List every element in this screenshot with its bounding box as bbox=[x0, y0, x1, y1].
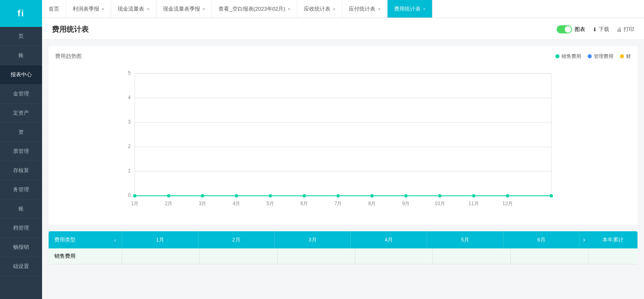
sidebar-item-service[interactable]: 务管理 bbox=[0, 180, 42, 199]
svg-text:0: 0 bbox=[128, 193, 131, 198]
td-sales-3 bbox=[278, 248, 355, 264]
tab-profit[interactable]: 利润表季报 × bbox=[66, 0, 111, 18]
th-month-3: 3月 bbox=[275, 231, 351, 248]
svg-text:3月: 3月 bbox=[199, 201, 207, 206]
svg-point-17 bbox=[269, 194, 272, 197]
svg-text:1月: 1月 bbox=[131, 201, 139, 206]
main-area: 首页 利润表季报 × 现金流量表 × 现金流量表季报 × 查看_空白报表(202… bbox=[42, 0, 644, 299]
sidebar-item-invoice[interactable]: 票管理 bbox=[0, 142, 42, 161]
svg-point-21 bbox=[404, 194, 408, 197]
content-area: 费用统计表 图表 ⬇ 下载 🖨 打印 费用趋势图 bbox=[42, 18, 644, 299]
svg-point-13 bbox=[133, 194, 136, 197]
legend-finance: 财 bbox=[620, 53, 631, 60]
expense-table: 费用类型 ‹ 1月 2月 3月 4月 5月 6月 › 本年累计 销售费用 bbox=[49, 231, 637, 264]
th-type: 费用类型 ‹ bbox=[49, 231, 122, 248]
svg-point-16 bbox=[235, 194, 238, 197]
sidebar-item-cancel[interactable]: 畅报销 bbox=[0, 238, 42, 257]
svg-rect-12 bbox=[135, 73, 551, 196]
th-month-1: 1月 bbox=[122, 231, 198, 248]
tab-profit-close[interactable]: × bbox=[102, 7, 104, 11]
td-sales-total bbox=[588, 248, 637, 264]
svg-point-23 bbox=[472, 194, 475, 197]
tab-receivable[interactable]: 应收统计表 × bbox=[297, 0, 342, 18]
tab-expense-close[interactable]: × bbox=[423, 7, 426, 11]
tab-expense-label: 费用统计表 bbox=[394, 5, 421, 13]
tab-blank-report-label: 查看_空白报表(2023年02月) bbox=[218, 5, 285, 13]
th-type-label: 费用类型 bbox=[54, 236, 76, 244]
chart-legend: 销售费用 管理费用 财 bbox=[555, 53, 631, 60]
legend-finance-label: 财 bbox=[626, 53, 631, 60]
chart-toggle-label: 图表 bbox=[575, 26, 585, 33]
sidebar: fi 页 账 报表中心 金管理 定资产 资 票管理 存核算 务管理 账 档管理 … bbox=[0, 0, 42, 299]
chart-svg: 0 1 2 3 4 5 bbox=[55, 63, 631, 218]
td-sales-4 bbox=[355, 248, 433, 264]
tab-payable-close[interactable]: × bbox=[378, 7, 380, 11]
tab-cashflow-q-label: 现金流量表季报 bbox=[163, 5, 200, 13]
chart-toggle[interactable] bbox=[557, 25, 572, 33]
td-type-sales: 销售费用 bbox=[49, 248, 122, 264]
tab-blank-report[interactable]: 查看_空白报表(2023年02月) × bbox=[212, 0, 297, 18]
legend-admin-dot bbox=[588, 54, 592, 58]
th-nav-prev[interactable]: ‹ bbox=[114, 237, 116, 243]
tab-home[interactable]: 首页 bbox=[42, 0, 66, 18]
svg-text:4月: 4月 bbox=[233, 201, 241, 206]
sidebar-item-account[interactable]: 账 bbox=[0, 46, 42, 65]
tab-receivable-close[interactable]: × bbox=[333, 7, 335, 11]
sidebar-item-archive[interactable]: 档管理 bbox=[0, 219, 42, 238]
print-icon: 🖨 bbox=[617, 27, 622, 33]
td-sales-6 bbox=[511, 248, 588, 264]
tab-payable[interactable]: 应付统计表 × bbox=[342, 0, 387, 18]
sidebar-item-reports[interactable]: 报表中心 bbox=[0, 65, 42, 84]
svg-text:5月: 5月 bbox=[267, 201, 274, 206]
tab-cashflow-q-close[interactable]: × bbox=[203, 7, 205, 11]
svg-text:5: 5 bbox=[128, 70, 131, 76]
tab-blank-report-close[interactable]: × bbox=[288, 7, 290, 11]
print-label: 打印 bbox=[624, 26, 634, 33]
legend-sales-dot bbox=[555, 54, 559, 58]
svg-text:4: 4 bbox=[128, 95, 131, 100]
svg-text:9月: 9月 bbox=[402, 201, 410, 206]
tab-cashflow-close[interactable]: × bbox=[147, 7, 149, 11]
table-row: 销售费用 bbox=[49, 248, 637, 264]
svg-point-20 bbox=[370, 194, 374, 197]
svg-text:2月: 2月 bbox=[165, 201, 173, 206]
td-sales-5 bbox=[433, 248, 510, 264]
tab-cashflow-q[interactable]: 现金流量表季报 × bbox=[156, 0, 212, 18]
th-month-6: 6月 bbox=[504, 231, 580, 248]
legend-sales-label: 销售费用 bbox=[562, 53, 581, 60]
th-nav-next[interactable]: › bbox=[580, 231, 588, 248]
page-title: 费用统计表 bbox=[52, 24, 89, 34]
svg-text:2: 2 bbox=[128, 144, 131, 149]
sidebar-item-settings[interactable]: 础设置 bbox=[0, 257, 42, 276]
legend-sales: 销售费用 bbox=[555, 53, 581, 60]
page-header: 费用统计表 图表 ⬇ 下载 🖨 打印 bbox=[42, 18, 644, 40]
table-header: 费用类型 ‹ 1月 2月 3月 4月 5月 6月 › 本年累计 bbox=[49, 231, 637, 248]
print-button[interactable]: 🖨 打印 bbox=[617, 26, 634, 33]
tab-cashflow-label: 现金流量表 bbox=[118, 5, 144, 13]
sidebar-item-assets[interactable]: 定资产 bbox=[0, 104, 42, 123]
legend-admin-label: 管理费用 bbox=[594, 53, 613, 60]
chart-title: 费用趋势图 bbox=[55, 53, 82, 60]
sidebar-item-inventory[interactable]: 存核算 bbox=[0, 161, 42, 180]
tab-receivable-label: 应收统计表 bbox=[304, 5, 330, 13]
sidebar-item-fund[interactable]: 金管理 bbox=[0, 84, 42, 104]
th-total: 本年累计 bbox=[588, 231, 637, 248]
sidebar-item-home[interactable]: 页 bbox=[0, 27, 42, 46]
sidebar-item-ledger[interactable]: 账 bbox=[0, 199, 42, 219]
chart-header: 费用趋势图 销售费用 管理费用 财 bbox=[55, 53, 631, 60]
svg-text:3: 3 bbox=[128, 119, 131, 125]
app-logo: fi bbox=[0, 0, 42, 27]
svg-text:8月: 8月 bbox=[368, 201, 376, 206]
tab-payable-label: 应付统计表 bbox=[349, 5, 375, 13]
sidebar-item-capital[interactable]: 资 bbox=[0, 123, 42, 142]
tab-cashflow[interactable]: 现金流量表 × bbox=[111, 0, 156, 18]
svg-point-22 bbox=[438, 194, 441, 197]
chart-container: 0 1 2 3 4 5 bbox=[55, 63, 631, 218]
chart-toggle-wrap: 图表 bbox=[557, 25, 585, 33]
tab-expense[interactable]: 费用统计表 × bbox=[388, 0, 432, 18]
download-icon: ⬇ bbox=[593, 27, 597, 33]
download-button[interactable]: ⬇ 下载 bbox=[593, 26, 609, 33]
td-sales-2 bbox=[200, 248, 277, 264]
legend-admin: 管理费用 bbox=[588, 53, 613, 60]
th-month-2: 2月 bbox=[198, 231, 275, 248]
